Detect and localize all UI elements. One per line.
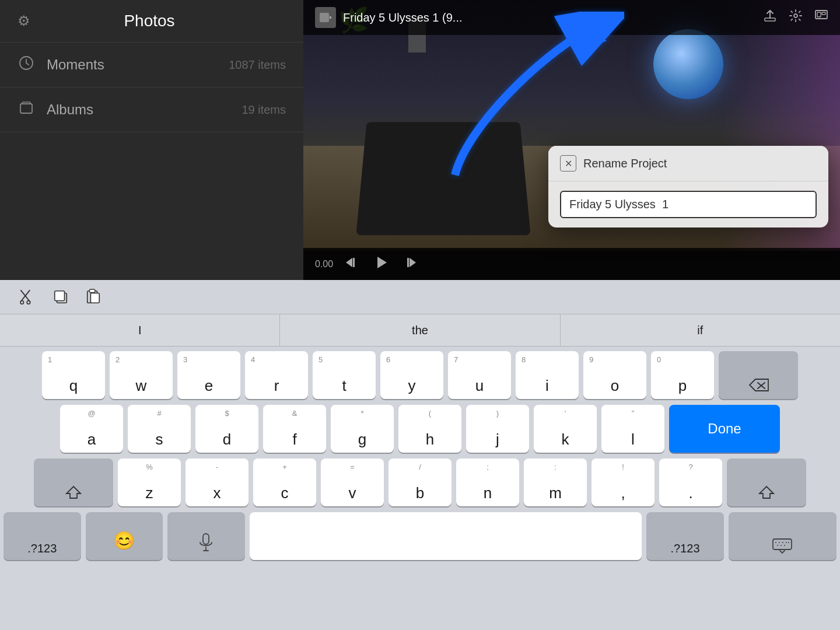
gear-icon[interactable] xyxy=(789,9,803,26)
key-u[interactable]: 7u xyxy=(448,351,511,399)
key-e[interactable]: 3e xyxy=(177,351,240,399)
key-l[interactable]: "l xyxy=(601,405,664,453)
key-row-4: .?123 😊 .?123 xyxy=(4,512,836,560)
key-keyboard-hide[interactable] xyxy=(729,512,836,560)
key-q[interactable]: 1q xyxy=(42,351,105,399)
rename-dialog-header: ✕ Rename Project xyxy=(548,146,828,181)
svg-marker-4 xyxy=(572,18,607,52)
key-j[interactable]: )j xyxy=(466,405,529,453)
sidebar-item-moments[interactable]: Moments 1087 items xyxy=(0,43,303,88)
key-num-right[interactable]: .?123 xyxy=(646,512,724,560)
autocomplete-item-2[interactable]: if xyxy=(561,314,840,346)
rewind-icon[interactable] xyxy=(345,255,360,274)
key-s[interactable]: #s xyxy=(128,405,191,453)
key-a[interactable]: @a xyxy=(60,405,123,453)
svg-rect-7 xyxy=(765,18,775,21)
export-icon[interactable] xyxy=(763,9,777,26)
time-display: 0.00 xyxy=(315,259,333,270)
paste-button[interactable] xyxy=(77,285,110,309)
svg-point-8 xyxy=(794,14,797,18)
key-i[interactable]: 8i xyxy=(516,351,579,399)
svg-marker-28 xyxy=(66,487,80,498)
key-shift-right[interactable] xyxy=(727,459,806,506)
key-b[interactable]: /b xyxy=(388,459,452,506)
key-k[interactable]: 'k xyxy=(534,405,597,453)
sidebar-title: Photos xyxy=(30,12,268,30)
cut-button[interactable] xyxy=(12,285,44,309)
key-mic[interactable] xyxy=(167,512,245,560)
autocomplete-row: I the if xyxy=(0,314,840,346)
svg-rect-24 xyxy=(89,289,94,293)
layout-icon[interactable] xyxy=(814,9,828,26)
keyboard-area: I the if 1q 2w 3e 4r 5t 6y 7u 8i 9o 0p xyxy=(0,280,840,630)
key-t[interactable]: 5t xyxy=(313,351,376,399)
key-row-3: %z -x +c =v /b ;n :m !, ?. xyxy=(4,459,836,506)
key-num-left[interactable]: .?123 xyxy=(4,512,81,560)
moments-label: Moments xyxy=(47,57,229,73)
svg-point-20 xyxy=(27,301,30,304)
key-d[interactable]: $d xyxy=(195,405,258,453)
svg-rect-22 xyxy=(55,291,65,301)
keys-area: 1q 2w 3e 4r 5t 6y 7u 8i 9o 0p @a #s $d &… xyxy=(0,346,840,560)
svg-rect-25 xyxy=(90,293,99,303)
key-z[interactable]: %z xyxy=(118,459,181,506)
video-actions xyxy=(763,9,828,26)
key-row-1: 1q 2w 3e 4r 5t 6y 7u 8i 9o 0p xyxy=(4,351,836,399)
rename-input[interactable] xyxy=(560,191,817,218)
skip-forward-icon[interactable] xyxy=(402,255,417,274)
sidebar-header: ⚙ Photos xyxy=(0,0,303,43)
key-backspace[interactable] xyxy=(719,351,798,399)
svg-marker-15 xyxy=(410,258,416,267)
svg-rect-1 xyxy=(20,104,32,113)
key-y[interactable]: 6y xyxy=(380,351,443,399)
svg-rect-13 xyxy=(353,258,355,267)
moments-count: 1087 items xyxy=(229,58,286,72)
sidebar-item-albums[interactable]: Albums 19 items xyxy=(0,88,303,132)
play-icon[interactable] xyxy=(372,253,390,275)
key-p[interactable]: 0p xyxy=(651,351,714,399)
copy-button[interactable] xyxy=(44,285,77,309)
top-area: ⚙ Photos Moments 1087 items Albums xyxy=(0,0,840,280)
key-x[interactable]: -x xyxy=(186,459,249,506)
svg-rect-30 xyxy=(203,534,209,544)
video-file-icon xyxy=(315,7,336,28)
key-c[interactable]: +c xyxy=(253,459,316,506)
key-shift-left[interactable] xyxy=(34,459,113,506)
albums-icon xyxy=(18,100,35,119)
done-button[interactable]: Done xyxy=(669,405,780,453)
key-g[interactable]: *g xyxy=(331,405,394,453)
key-period[interactable]: ?. xyxy=(659,459,722,506)
video-controls: 0.00 xyxy=(303,248,840,280)
sidebar: ⚙ Photos Moments 1087 items Albums xyxy=(0,0,303,280)
key-emoji[interactable]: 😊 xyxy=(86,512,163,560)
key-m[interactable]: :m xyxy=(524,459,587,506)
rename-dialog-body xyxy=(548,181,828,228)
dialog-close-button[interactable]: ✕ xyxy=(560,155,576,172)
svg-marker-12 xyxy=(346,258,352,267)
key-v[interactable]: =v xyxy=(321,459,384,506)
key-r[interactable]: 4r xyxy=(245,351,308,399)
svg-marker-14 xyxy=(377,257,387,268)
key-w[interactable]: 2w xyxy=(110,351,173,399)
svg-rect-10 xyxy=(817,12,821,17)
autocomplete-item-0[interactable]: I xyxy=(0,314,280,346)
svg-point-19 xyxy=(20,301,24,304)
albums-label: Albums xyxy=(47,102,242,118)
settings-icon[interactable]: ⚙ xyxy=(18,13,30,29)
key-o[interactable]: 9o xyxy=(583,351,646,399)
svg-rect-2 xyxy=(22,102,30,104)
svg-marker-29 xyxy=(760,487,774,498)
albums-count: 19 items xyxy=(242,103,286,117)
svg-rect-5 xyxy=(320,13,329,22)
video-area: 🌿 xyxy=(303,0,840,280)
moments-icon xyxy=(18,55,35,74)
key-h[interactable]: (h xyxy=(398,405,461,453)
svg-rect-16 xyxy=(407,258,409,267)
autocomplete-item-1[interactable]: the xyxy=(280,314,560,346)
key-space[interactable] xyxy=(250,512,642,560)
svg-marker-6 xyxy=(330,16,332,19)
key-comma[interactable]: !, xyxy=(592,459,654,506)
key-f[interactable]: &f xyxy=(263,405,326,453)
key-n[interactable]: ;n xyxy=(456,459,519,506)
key-row-2: @a #s $d &f *g (h )j 'k "l Done xyxy=(4,405,836,453)
